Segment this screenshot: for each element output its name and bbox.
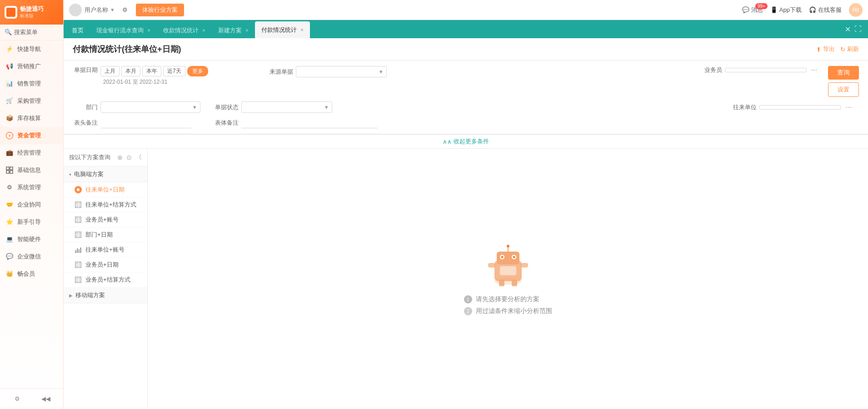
experience-industry-button[interactable]: 体验行业方案	[136, 4, 184, 16]
body-note-input[interactable]	[241, 117, 378, 128]
doc-status-select[interactable]: ▾	[241, 101, 332, 113]
tab-maximize-btn[interactable]: ⛶	[854, 25, 862, 33]
scheme-item-staff-settlement[interactable]: 业务员+结算方式	[64, 273, 147, 288]
svg-rect-3	[10, 167, 13, 170]
tab-payment-stat-label: 付款情况统计	[261, 26, 297, 34]
sidebar-item-quick-nav[interactable]: ⚡ 快捷导航	[0, 40, 63, 58]
tab-home[interactable]: 首页	[65, 22, 90, 38]
sidebar-item-purchase[interactable]: 🛒 采购管理	[0, 92, 63, 110]
page-header: 付款情况统计(往来单位+日期) ⬆ 导出 ↻ 刷新	[64, 38, 868, 61]
chevron-down-icon: ▾	[193, 104, 196, 111]
refresh-button[interactable]: ↻ 刷新	[840, 45, 859, 53]
date-this-year-btn[interactable]: 本年	[142, 66, 161, 76]
sidebar-item-label: 销售管理	[17, 80, 41, 88]
counterpart-label: 往来单位	[732, 103, 757, 111]
circle-icon	[75, 186, 82, 193]
tab-receipt-stat-close[interactable]: ×	[202, 27, 205, 34]
scheme-item-staff-account[interactable]: 业务员+账号	[64, 212, 147, 227]
sidebar-item-basic[interactable]: 基础信息	[0, 162, 63, 179]
topbar-gear-btn[interactable]: ⚙	[119, 4, 131, 16]
collapse-conditions-btn[interactable]: ∧∧ 收起更多条件	[64, 134, 868, 148]
tab-close-all-btn[interactable]: ✕	[845, 25, 851, 34]
messages-action[interactable]: 💬 消息 99+	[742, 6, 763, 14]
sidebar-item-label: 基础信息	[17, 166, 41, 174]
tab-new-scheme-close[interactable]: ×	[245, 27, 249, 34]
query-button[interactable]: 查询	[828, 66, 859, 80]
user-avatar-right[interactable]: Rit	[849, 3, 863, 17]
scheme-item-counterpart-account[interactable]: 往来单位+账号	[64, 242, 147, 258]
date-last-month-btn[interactable]: 上月	[100, 66, 120, 76]
sidebar-item-wechat[interactable]: 💬 企业微信	[0, 248, 63, 265]
scheme-panel: 按以下方案查询 ⊕ ⊙ 《 ▾ 电脑端方案	[64, 149, 148, 409]
refresh-label: 刷新	[847, 45, 859, 53]
sidebar-item-system[interactable]: ⚙ 系统管理	[0, 179, 63, 196]
date-more-btn[interactable]: 更多	[187, 66, 208, 76]
table-icon	[75, 276, 82, 283]
empty-state: 1 请先选择要分析的方案 2 用过滤条件来缩小分析范围	[148, 149, 868, 409]
scheme-mobile-group-header[interactable]: ▶ 移动端方案	[64, 288, 147, 303]
sidebar-item-operation[interactable]: 💼 经营管理	[0, 144, 63, 162]
staff-select[interactable]	[725, 68, 807, 72]
sidebar-item-member[interactable]: 👑 畅会员	[0, 265, 63, 283]
sidebar-item-marketing[interactable]: 📢 营销推广	[0, 58, 63, 75]
sidebar-search[interactable]: 🔍 搜索菜单	[0, 25, 63, 40]
chevron-down-icon: ▾	[69, 172, 71, 177]
export-button[interactable]: ⬆ 导出	[816, 45, 835, 53]
scheme-settings-btn[interactable]: ⊙	[126, 154, 132, 161]
sidebar-item-inventory[interactable]: 📦 库存核算	[0, 110, 63, 127]
scheme-pc-group-header[interactable]: ▾ 电脑端方案	[64, 167, 147, 182]
gear-icon: ⚙	[5, 183, 14, 192]
star-icon: ⭐	[5, 218, 14, 226]
tab-bank-flow-close[interactable]: ×	[147, 27, 150, 34]
sidebar-item-enterprise[interactable]: 🤝 企业协同	[0, 196, 63, 213]
tab-bank-flow-label: 现金银行流水查询	[96, 26, 144, 35]
topbar-user[interactable]: 用户名称 ▾	[69, 4, 114, 16]
table-icon	[75, 216, 82, 223]
svg-rect-17	[512, 280, 517, 286]
counterpart-select[interactable]	[759, 105, 841, 110]
svg-rect-2	[6, 167, 9, 170]
date-last-7days-btn[interactable]: 近7天	[163, 66, 185, 76]
online-service-action[interactable]: 🎧 在线客服	[809, 6, 842, 14]
main-area: 用户名称 ▾ ⚙ 体验行业方案 💬 消息 99+ 📱 App下载 🎧 在线客服	[64, 0, 868, 409]
scheme-collapse-btn[interactable]: 《	[135, 153, 142, 162]
right-content: 1 请先选择要分析的方案 2 用过滤条件来缩小分析范围	[148, 149, 868, 409]
date-this-month-btn[interactable]: 本月	[121, 66, 140, 76]
filter-panel: 单据日期 上月 本月 本年 近7天 更多 2022-01-01 至 2022-1…	[64, 61, 868, 134]
sidebar-item-sales[interactable]: 📊 销售管理	[0, 75, 63, 92]
tab-payment-stat[interactable]: 付款情况统计 ×	[255, 21, 310, 38]
tab-new-scheme[interactable]: 新建方案 ×	[212, 22, 255, 38]
scheme-add-btn[interactable]: ⊕	[117, 154, 123, 161]
doc-status-label: 单据状态	[214, 103, 239, 111]
scheme-item-staff-date[interactable]: 业务员+日期	[64, 258, 147, 273]
staff-more-btn[interactable]: ···	[809, 66, 819, 74]
header-note-input[interactable]	[100, 117, 191, 128]
app-download-action[interactable]: 📱 App下载	[770, 6, 802, 14]
source-doc-select[interactable]: ▾	[296, 66, 387, 77]
tabbar-controls: ✕ ⛶	[840, 20, 866, 38]
tab-receipt-stat[interactable]: 收款情况统计 ×	[157, 22, 212, 38]
tab-payment-stat-close[interactable]: ×	[300, 27, 304, 33]
sidebar-item-label: 畅会员	[17, 270, 35, 278]
sidebar-item-label: 经营管理	[17, 149, 41, 157]
header-note-label: 表头备注	[73, 119, 98, 127]
dept-select[interactable]: ▾	[100, 101, 200, 113]
sidebar-collapse-btn[interactable]: ◀◀	[34, 393, 59, 404]
scheme-item-counterpart-settlement[interactable]: 往来单位+结算方式	[64, 197, 147, 212]
box-icon: 📦	[5, 114, 14, 122]
sidebar-brand: 畅捷通巧 标准版	[20, 5, 44, 19]
sidebar-item-finance[interactable]: ¥ 资金管理	[0, 127, 63, 144]
chart-icon: 📊	[5, 80, 14, 88]
sidebar-settings-btn[interactable]: ⚙	[5, 393, 30, 404]
scheme-item-counterpart-date[interactable]: 往来单位+日期	[64, 182, 147, 197]
scheme-item-dept-date[interactable]: 部门+日期	[64, 227, 147, 242]
sidebar-item-label: 系统管理	[17, 183, 41, 192]
money-icon: ¥	[5, 131, 14, 140]
sidebar-item-guide[interactable]: ⭐ 新手引导	[0, 213, 63, 231]
filter-settings-button[interactable]: 设置	[828, 82, 859, 97]
collapse-btn-label: 收起更多条件	[454, 137, 489, 146]
counterpart-more-btn[interactable]: ···	[844, 103, 853, 111]
tab-bank-flow[interactable]: 现金银行流水查询 ×	[90, 22, 157, 38]
scheme-item-label: 往来单位+结算方式	[85, 201, 136, 209]
sidebar-item-hardware[interactable]: 💻 智能硬件	[0, 231, 63, 248]
